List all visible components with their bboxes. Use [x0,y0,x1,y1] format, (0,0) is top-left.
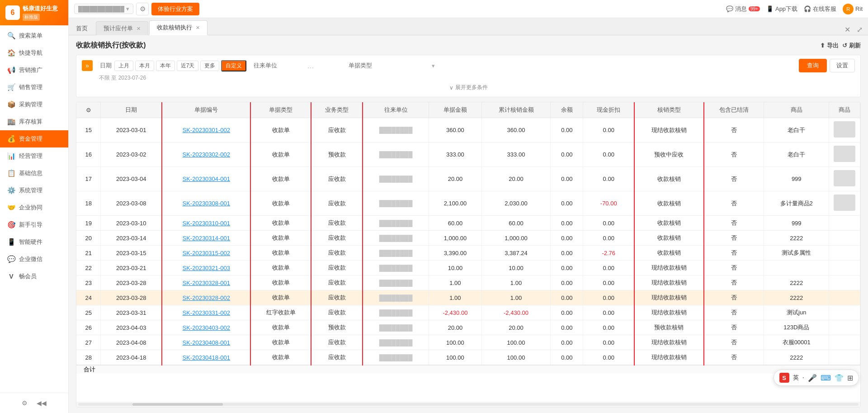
export-btn[interactable]: ⬆ 导出 [820,42,839,50]
cell-amount: 10.00 [429,261,482,275]
cell-partner: ████████ [363,118,429,142]
cell-product2 [829,118,860,142]
table-row[interactable]: 16 2023-03-02 SK-20230302-002 收款单 预收款 ██… [76,142,860,167]
sidebar-item-vip[interactable]: V 畅会员 [0,268,68,285]
scrollbar-thumb[interactable] [132,403,223,406]
sidebar-item-finance[interactable]: 💰 资金管理 [0,130,68,147]
message-btn[interactable]: 💬 消息 99+ [726,5,760,13]
table-row[interactable]: 22 2023-03-21 SK-20230321-003 收款单 应收款 ██… [76,261,860,275]
table-wrap[interactable]: ⚙ 日期 单据编号 单据类型 业务类型 往来单位 单据金额 累计核销金额 余额 … [76,102,860,402]
tab-close-all-btn[interactable]: ✕ [843,24,852,35]
cell-doc-no[interactable]: SK-20230418-001 [162,350,250,366]
sidebar-item-hardware[interactable]: 📱 智能硬件 [0,233,68,251]
sidebar-item-inventory[interactable]: 🏬 库存核算 [0,113,68,130]
table-row[interactable]: 19 2023-03-10 SK-20230310-001 收款单 应收款 ██… [76,216,860,231]
sidebar-item-purchase[interactable]: 📦 采购管理 [0,96,68,113]
cell-discount: 0.00 [583,216,634,231]
cell-verified-amount: 360.00 [481,118,550,142]
cell-no: 15 [76,118,101,142]
float-more-btn[interactable]: ⊞ [847,374,853,382]
tab-maximize-btn[interactable]: ⤢ [855,24,864,35]
tab-receivable[interactable]: 收款核销执行 ✕ [149,20,208,35]
tab-receivable-close-btn[interactable]: ✕ [196,25,200,31]
tab-home[interactable]: 首页 [69,22,95,35]
float-mic-btn[interactable]: 🎤 [808,374,817,382]
filter-date-custom-btn[interactable]: 自定义 [221,60,246,71]
cell-doc-no[interactable]: SK-20230301-002 [162,118,250,142]
cell-doc-no[interactable]: SK-20230331-002 [162,305,250,320]
float-keyboard-btn[interactable]: ⌨ [821,374,831,382]
table-row[interactable]: 25 2023-03-31 SK-20230331-002 红字收款单 应收款 … [76,305,860,320]
sidebar-item-sales[interactable]: 🛒 销售管理 [0,79,68,96]
sidebar-item-operation[interactable]: 📊 经营管理 [0,147,68,165]
online-service-btn[interactable]: 🎧 在线客服 [804,5,836,13]
cell-amount: 20.00 [429,320,482,335]
export-icon: ⬆ [820,42,825,49]
table-row[interactable]: 15 2023-03-01 SK-20230301-002 收款单 应收款 ██… [76,118,860,142]
cell-verify-type: 现结收款核销 [634,290,704,305]
cell-product2 [829,246,860,261]
tab-payable-close-btn[interactable]: ✕ [137,26,141,32]
table-row[interactable]: 27 2023-04-08 SK-20230408-001 收款单 应收款 ██… [76,335,860,350]
sidebar-item-basic[interactable]: 📋 基础信息 [0,165,68,182]
filter-date-this-month[interactable]: 本月 [135,61,154,71]
cell-doc-no[interactable]: SK-20230403-002 [162,320,250,335]
cell-doc-no[interactable]: SK-20230314-001 [162,231,250,246]
settings-gear-btn[interactable]: ⚙ [136,3,149,15]
table-row[interactable]: 26 2023-04-03 SK-20230403-002 收款单 预收款 ██… [76,320,860,335]
query-btn[interactable]: 查询 [799,59,827,72]
sidebar-collapse-btn[interactable]: ◀◀ [33,397,50,409]
table-row[interactable]: 24 2023-03-28 SK-20230328-002 收款单 应收款 ██… [76,290,860,305]
table-scrollbar[interactable] [76,402,860,407]
filter-date-this-year[interactable]: 本年 [156,61,175,71]
cell-doc-no[interactable]: SK-20230328-002 [162,290,250,305]
cell-doc-no[interactable]: SK-20230328-001 [162,275,250,290]
cell-doc-no[interactable]: SK-20230304-001 [162,167,250,191]
industry-solution-btn[interactable]: 体验行业方案 [151,3,199,15]
table-row[interactable]: 28 2023-04-18 SK-20230418-001 收款单 应收款 ██… [76,350,860,366]
workspace-select[interactable]: ████████████ ▾ [74,4,133,14]
app-download-btn[interactable]: 📱 App下载 [766,5,797,13]
float-dot-btn[interactable]: · [802,374,804,382]
scrollbar-track [78,403,859,406]
table-row[interactable]: 17 2023-03-04 SK-20230304-001 收款单 应收款 ██… [76,167,860,191]
cell-doc-no[interactable]: SK-20230321-003 [162,261,250,275]
cell-product2 [829,320,860,335]
filter-partner-item: 往来单位 ... [254,61,341,71]
sidebar-item-marketing[interactable]: 📢 营销推广 [0,62,68,79]
cell-date: 2023-03-01 [101,118,162,142]
cell-doc-no[interactable]: SK-20230315-002 [162,246,250,261]
setting-btn[interactable]: 设置 [830,59,855,72]
cell-verified-amount: 1,000.00 [481,231,550,246]
refresh-btn[interactable]: ↺ 刷新 [842,42,861,50]
cell-doc-no[interactable]: SK-20230310-001 [162,216,250,231]
table-row[interactable]: 21 2023-03-15 SK-20230315-002 收款单 应收款 ██… [76,246,860,261]
table-row[interactable]: 18 2023-03-08 SK-20230308-001 收款单 应收款 ██… [76,191,860,216]
float-emoji-btn[interactable]: 👕 [835,374,844,382]
filter-date-item: 日期 上月 本月 本年 近7天 更多 自定义 [100,60,247,71]
float-input-chinese-btn[interactable]: 英 [793,374,799,382]
filter-date-more[interactable]: 更多 [200,61,219,71]
cell-doc-no[interactable]: SK-20230302-002 [162,142,250,167]
sidebar-item-system[interactable]: ⚙️ 系统管理 [0,182,68,199]
sidebar-item-quick[interactable]: 🏠 快捷导航 [0,44,68,62]
cell-verify-type: 预收中应收 [634,142,704,167]
filter-expand-btn[interactable]: » [82,60,93,71]
sidebar-item-enterprise[interactable]: 🤝 企业协同 [0,199,68,216]
sidebar-item-wechat[interactable]: 💬 企业微信 [0,251,68,268]
sidebar-item-guide[interactable]: 🎯 新手引导 [0,216,68,233]
table-row[interactable]: 23 2023-03-28 SK-20230328-001 收款单 应收款 ██… [76,275,860,290]
sidebar-settings-btn[interactable]: ⚙ [18,397,31,409]
tabbar-actions: ✕ ⤢ [839,24,868,35]
filter-expand-more[interactable]: ∨ 展开更多条件 [82,82,855,93]
cell-discount: -70.00 [583,191,634,216]
sidebar-item-search[interactable]: 🔍 搜索菜单 [0,27,68,44]
table-row[interactable]: 20 2023-03-14 SK-20230314-001 收款单 应收款 ██… [76,231,860,246]
cell-doc-no[interactable]: SK-20230408-001 [162,335,250,350]
tab-payable[interactable]: 预计应付单 ✕ [96,21,148,35]
cell-doc-no[interactable]: SK-20230308-001 [162,191,250,216]
filter-date-7days[interactable]: 近7天 [177,61,199,71]
cell-verify-type: 现结收款核销 [634,335,704,350]
user-menu[interactable]: R Rit [843,4,863,14]
filter-date-last-month[interactable]: 上月 [114,61,133,71]
